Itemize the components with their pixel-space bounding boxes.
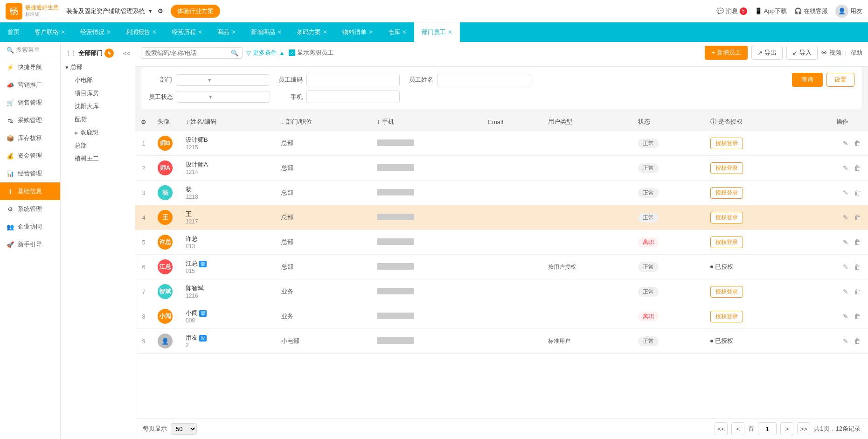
sidebar-item-sales[interactable]: 🛒 销售管理	[0, 94, 60, 111]
auth-login-btn[interactable]: 授权登录	[710, 162, 743, 174]
nav-item-bom[interactable]: 物料清单 ✕	[335, 22, 381, 42]
next-page-btn[interactable]: >	[780, 422, 793, 435]
sidebar-item-business[interactable]: 📊 经营管理	[0, 165, 60, 182]
trial-button[interactable]: 体验行业方案	[171, 5, 220, 18]
nav-item-warehouse[interactable]: 仓库 ✕	[381, 22, 414, 42]
show-disabled-checkbox[interactable]: ✓	[289, 49, 295, 56]
nav-item-new-goods[interactable]: 新增商品 ✕	[243, 22, 289, 42]
auth-login-btn[interactable]: 授权登录	[710, 187, 743, 199]
search-input[interactable]	[145, 49, 229, 56]
edit-btn[interactable]: ✎	[841, 262, 850, 272]
sidebar-item-inventory[interactable]: 📦 库存核算	[0, 129, 60, 147]
delete-btn[interactable]: 🗑	[852, 213, 862, 222]
add-employee-button[interactable]: + 新增员工	[705, 46, 747, 60]
help-button[interactable]: 帮助	[850, 49, 862, 57]
app-download-button[interactable]: 📱 App下载	[755, 7, 787, 15]
search-icon[interactable]: 🔍	[231, 49, 238, 56]
sidebar-item-basic-info[interactable]: ℹ 基础信息	[0, 182, 60, 200]
first-page-btn[interactable]: <<	[715, 422, 728, 435]
delete-btn[interactable]: 🗑	[852, 188, 862, 197]
edit-btn[interactable]: ✎	[841, 213, 850, 222]
import-button[interactable]: ↙ 导入	[786, 46, 818, 60]
view-button[interactable]: 👁 视频	[821, 49, 841, 57]
delete-btn[interactable]: 🗑	[852, 336, 862, 346]
emp-name-input[interactable]	[437, 74, 530, 86]
auth-login-btn[interactable]: 授权登录	[710, 311, 743, 322]
gear-icon[interactable]: ⚙	[158, 7, 163, 14]
nav-item-goods[interactable]: 商品 ✕	[210, 22, 243, 42]
delete-btn[interactable]: 🗑	[852, 163, 862, 173]
delete-btn[interactable]: 🗑	[852, 287, 862, 296]
th-settings[interactable]: ⚙	[135, 113, 152, 131]
edit-btn[interactable]: ✎	[841, 237, 850, 247]
sidebar-item-system[interactable]: ⚙ 系统管理	[0, 200, 60, 218]
dept-collapse-btn[interactable]: <<	[123, 50, 130, 57]
nav-item-customers[interactable]: 客户联络 ✕	[27, 22, 73, 42]
delete-btn[interactable]: 🗑	[852, 237, 862, 247]
dept-node-zhishu[interactable]: 植树王二	[61, 152, 135, 165]
last-page-btn[interactable]: >>	[797, 422, 810, 435]
nav-employees-close[interactable]: ✕	[448, 29, 452, 35]
sidebar-item-purchase[interactable]: 🛍 采购管理	[0, 111, 60, 129]
dept-all-label[interactable]: 全部部门	[78, 49, 103, 57]
edit-btn[interactable]: ✎	[841, 188, 850, 197]
auth-login-btn[interactable]: 授权登录	[710, 286, 743, 298]
nav-item-history[interactable]: 经营历程 ✕	[164, 22, 210, 42]
nav-item-operations[interactable]: 经营情况 ✕	[73, 22, 118, 42]
dept-node-xiaodian[interactable]: 小电部	[61, 74, 135, 87]
more-conditions-btn[interactable]: ▽ 更多条件 ▲	[246, 49, 285, 57]
sidebar-item-guide[interactable]: 🚀 新手引导	[0, 236, 60, 253]
dept-node-root[interactable]: ▾ 总部	[61, 61, 135, 74]
prev-page-btn[interactable]: <	[731, 422, 744, 435]
edit-btn[interactable]: ✎	[841, 139, 850, 148]
delete-btn[interactable]: 🗑	[852, 262, 862, 272]
nav-item-barcode[interactable]: 条码方案 ✕	[289, 22, 335, 42]
emp-code-input[interactable]	[306, 74, 400, 86]
nav-goods-close[interactable]: ✕	[231, 29, 236, 35]
nav-item-profit[interactable]: 利润报告 ✕	[118, 22, 164, 42]
phone-input[interactable]	[306, 91, 400, 103]
search-menu[interactable]: 🔍 搜索菜单	[0, 42, 60, 58]
nav-bom-close[interactable]: ✕	[368, 29, 373, 35]
nav-barcode-close[interactable]: ✕	[323, 29, 327, 35]
set-button[interactable]: 设置	[826, 73, 854, 87]
dept-node-shenyang[interactable]: 沈阳大库	[61, 100, 135, 113]
nav-item-home[interactable]: 首页	[0, 22, 27, 42]
dept-node-project[interactable]: 项目库房	[61, 87, 135, 100]
edit-btn[interactable]: ✎	[841, 336, 850, 346]
delete-btn[interactable]: 🗑	[852, 312, 862, 321]
title-dropdown-icon[interactable]: ▾	[149, 7, 152, 14]
dept-select[interactable]: ▾	[176, 74, 269, 86]
auth-login-btn[interactable]: 授权登录	[710, 138, 743, 149]
edit-btn[interactable]: ✎	[841, 287, 850, 296]
nav-warehouse-close[interactable]: ✕	[402, 29, 407, 35]
sidebar-item-quick-nav[interactable]: ⚡ 快捷导航	[0, 58, 60, 76]
show-disabled-toggle[interactable]: ✓ 显示离职员工	[289, 49, 333, 57]
per-page-select[interactable]: 50 100	[171, 423, 197, 435]
message-button[interactable]: 💬 消息 5	[716, 7, 747, 15]
auth-login-btn[interactable]: 授权登录	[710, 212, 743, 223]
nav-new-goods-close[interactable]: ✕	[277, 29, 282, 35]
query-button[interactable]: 查询	[792, 73, 823, 87]
sidebar-item-finance[interactable]: 💰 资金管理	[0, 147, 60, 165]
edit-btn[interactable]: ✎	[841, 312, 850, 321]
sidebar-item-marketing[interactable]: 📣 营销推广	[0, 76, 60, 94]
th-name[interactable]: ↕ 姓名/编码	[180, 113, 276, 131]
nav-item-employees[interactable]: 部门员工 ✕	[414, 22, 460, 42]
emp-status-select[interactable]: ▾	[177, 91, 270, 103]
dept-node-zongbu[interactable]: 总部	[61, 139, 135, 152]
auth-login-btn[interactable]: 授权登录	[710, 237, 743, 248]
nav-operations-close[interactable]: ✕	[106, 29, 111, 35]
user-menu[interactable]: 👤 用友	[835, 5, 862, 18]
nav-customers-close[interactable]: ✕	[61, 29, 65, 35]
nav-history-close[interactable]: ✕	[198, 29, 202, 35]
dept-node-peihuo[interactable]: 配货	[61, 113, 135, 126]
th-phone[interactable]: ↕ 手机	[371, 113, 482, 131]
export-button[interactable]: ↗ 导出	[751, 46, 783, 60]
sidebar-item-collab[interactable]: 👥 企业协同	[0, 218, 60, 236]
edit-btn[interactable]: ✎	[841, 163, 850, 173]
nav-profit-close[interactable]: ✕	[152, 29, 157, 35]
th-dept[interactable]: ↕ 部门/职位	[276, 113, 371, 131]
online-service-button[interactable]: 🎧 在线客服	[794, 7, 828, 15]
dept-node-shuanglu[interactable]: ▶ 双鹿想	[61, 126, 135, 139]
